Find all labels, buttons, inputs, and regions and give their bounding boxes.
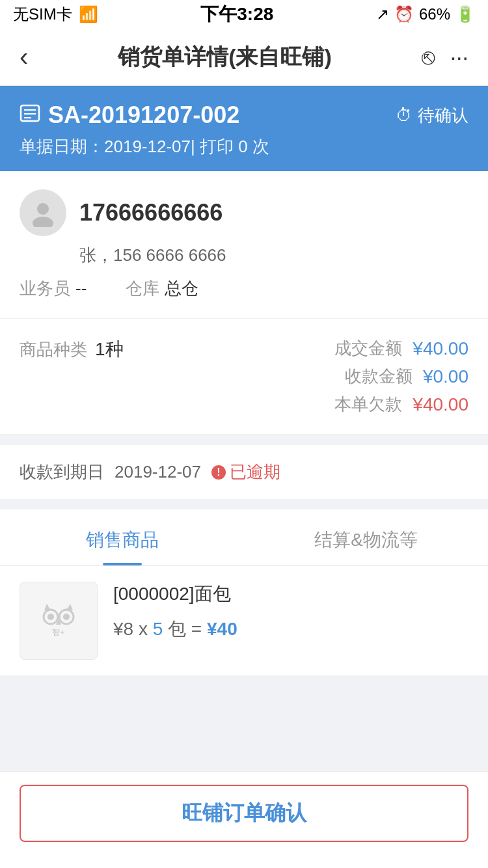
unit: 包 (168, 619, 186, 639)
location-icon: ↗ (376, 5, 389, 23)
transaction-amount-row: 成交金额 ¥40.00 (334, 337, 468, 360)
battery-text: 66% (419, 5, 450, 23)
tab-bar: 销售商品 结算&物流等 (0, 509, 488, 566)
svg-point-4 (37, 203, 49, 215)
received-value: ¥0.00 (423, 366, 468, 387)
product-info: [0000002]面包 ¥8 x 5 包 = ¥40 (113, 582, 468, 642)
order-header-card: SA-20191207-002 ⏱ 待确认 单据日期：2019-12-07| 打… (0, 86, 488, 171)
amounts: 成交金额 ¥40.00 收款金额 ¥0.00 本单欠款 ¥40.00 (334, 337, 468, 416)
owed-value: ¥40.00 (413, 394, 468, 415)
alarm-icon: ⏰ (394, 5, 414, 23)
product-name: [0000002]面包 (113, 582, 468, 606)
share-button[interactable]: ⎋ (422, 44, 435, 70)
received-amount-row: 收款金额 ¥0.00 (345, 365, 468, 388)
carrier-text: 无SIM卡 (13, 4, 72, 25)
multiply-sign: x (139, 619, 153, 639)
warehouse-label: 仓库 (126, 277, 159, 300)
transaction-amount-value: ¥40.00 (413, 338, 468, 359)
goods-type-value: 1种 (95, 337, 124, 362)
svg-point-5 (33, 217, 53, 227)
status-time: 下午3:28 (200, 2, 273, 27)
order-id-text: SA-20191207-002 (48, 102, 239, 129)
tab-goods[interactable]: 销售商品 (0, 509, 244, 565)
equals-sign: = (191, 619, 207, 639)
product-price: ¥8 x 5 包 = ¥40 (113, 617, 468, 642)
page-title: 销货单详情(来自旺铺) (118, 42, 332, 72)
more-button[interactable]: ··· (450, 44, 468, 70)
confirm-button[interactable]: 旺铺订单确认 (20, 785, 468, 842)
sales-value: -- (75, 278, 87, 299)
customer-meta: 业务员 -- 仓库 总仓 (20, 277, 468, 300)
bottom-bar: 旺铺订单确认 (0, 771, 488, 868)
wifi-icon: 📶 (79, 5, 98, 23)
due-date-label: 收款到期日 (20, 461, 104, 483)
order-status: ⏱ 待确认 (396, 104, 468, 127)
customer-phone: 17666666666 (79, 199, 223, 226)
svg-marker-11 (44, 604, 51, 610)
order-date: 单据日期：2019-12-07| 打印 0 次 (20, 135, 468, 158)
tab-settle[interactable]: 结算&物流等 (244, 509, 488, 565)
goods-type: 商品种类 1种 (20, 337, 124, 362)
svg-point-9 (63, 614, 70, 620)
sales-label: 业务员 (20, 277, 70, 300)
svg-text:智+: 智+ (52, 628, 64, 637)
warehouse-value: 总仓 (165, 277, 198, 300)
avatar (20, 189, 66, 236)
status-clock-icon: ⏱ (396, 105, 413, 126)
status-icons: ↗ ⏰ 66% 🔋 (376, 5, 475, 23)
svg-point-8 (47, 614, 54, 620)
product-item: 智+ [0000002]面包 ¥8 x 5 包 = ¥40 (0, 566, 488, 675)
product-total: ¥40 (207, 619, 237, 639)
sales-meta: 业务员 -- (20, 277, 87, 300)
svg-marker-12 (66, 604, 73, 610)
due-date-value: 2019-12-07 (115, 462, 201, 482)
status-text: 待确认 (418, 104, 468, 127)
owed-label: 本单欠款 (334, 393, 402, 416)
overdue-text: 已逾期 (230, 461, 280, 483)
order-id: SA-20191207-002 (20, 102, 239, 129)
price-value: ¥8 (113, 619, 133, 639)
summary-section: 商品种类 1种 成交金额 ¥40.00 收款金额 ¥0.00 本单欠款 ¥40.… (0, 319, 488, 435)
overdue-badge: ! 已逾期 (211, 461, 280, 483)
product-thumbnail: 智+ (20, 582, 98, 660)
battery-icon: 🔋 (455, 5, 475, 23)
received-label: 收款金额 (345, 365, 413, 388)
transaction-amount-label: 成交金额 (334, 337, 402, 360)
status-carrier: 无SIM卡 📶 (13, 4, 98, 25)
overdue-icon: ! (211, 465, 226, 480)
nav-actions: ⎋ ··· (422, 44, 468, 70)
back-button[interactable]: ‹ (20, 42, 28, 72)
status-bar: 无SIM卡 📶 下午3:28 ↗ ⏰ 66% 🔋 (0, 0, 488, 29)
nav-bar: ‹ 销货单详情(来自旺铺) ⎋ ··· (0, 29, 488, 86)
warehouse-meta: 仓库 总仓 (126, 277, 198, 300)
goods-type-label: 商品种类 (20, 338, 87, 361)
owed-amount-row: 本单欠款 ¥40.00 (334, 393, 468, 416)
customer-section: 17666666666 张，156 6666 6666 业务员 -- 仓库 总仓 (0, 171, 488, 319)
customer-name: 张，156 6666 6666 (20, 244, 468, 267)
due-date-section: 收款到期日 2019-12-07 ! 已逾期 (0, 445, 488, 499)
product-qty: 5 (153, 619, 163, 639)
order-icon (20, 103, 40, 128)
